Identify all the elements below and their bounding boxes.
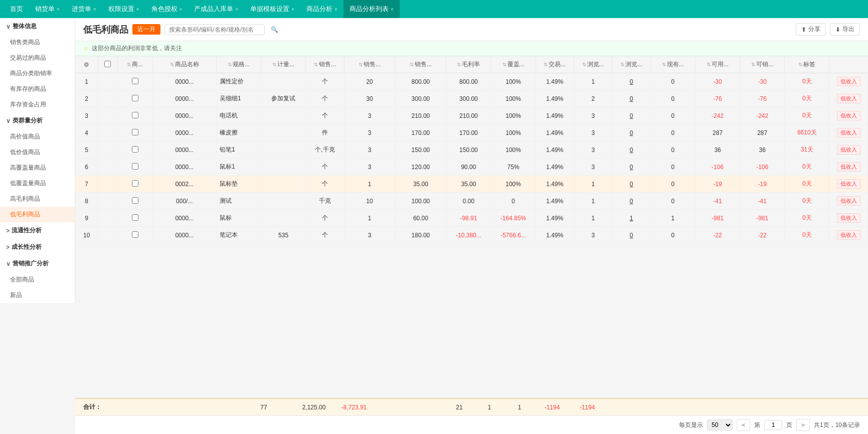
row-checkbox[interactable] [132,163,138,170]
nav-item-analysis-list[interactable]: 商品分析列表× [343,0,400,18]
close-nav-roles[interactable]: × [180,7,183,12]
prev-page-button[interactable]: ＜ [737,419,750,431]
sort-icon-saleable-days[interactable]: ⇅ [751,62,755,67]
row-available-stock: -106 [740,159,785,176]
col-header-settings[interactable]: ⚙ [75,56,98,73]
sort-icon-tag[interactable]: ⇅ [798,62,802,67]
sort-icon-current-stock[interactable]: ⇅ [662,62,666,67]
close-nav-analysis[interactable]: × [334,7,337,12]
nav-item-home[interactable]: 首页 [4,0,29,18]
row-checkbox[interactable] [132,78,138,84]
row-settings-cell [98,210,117,227]
sidebar-item-low-coverage[interactable]: 低覆盖量商品 [0,176,75,191]
views1-link[interactable]: 0 [630,112,633,119]
row-code: 000/... [152,193,216,210]
row-settings-cell [98,176,117,193]
nav-item-inventory[interactable]: 产成品入库单× [188,0,244,18]
row-checkbox[interactable] [132,214,138,221]
sort-icon-spec[interactable]: ⇅ [228,62,232,67]
sidebar-item-high-coverage[interactable]: 高覆盖量商品 [0,160,75,176]
sort-icon-transactions[interactable]: ⇅ [544,62,548,67]
sort-icon-available-stock[interactable]: ⇅ [707,62,711,67]
sidebar-item-category-rate[interactable]: 商品分类助销率 [0,66,75,81]
close-nav-analysis-list[interactable]: × [391,7,394,12]
page-number-input[interactable] [764,420,782,430]
sort-icon-gross-margin[interactable]: ⇅ [457,62,461,67]
nav-item-template[interactable]: 单据模板设置× [244,0,300,18]
sidebar-item-new-goods[interactable]: 新品 [0,287,75,303]
sidebar-group-cluster[interactable]: ∨类群量分析 [0,112,75,129]
views1-link[interactable]: 0 [630,78,633,85]
sidebar-item-low-value[interactable]: 低价值商品 [0,144,75,160]
row-checkbox[interactable] [132,231,138,238]
row-checkbox[interactable] [132,129,138,135]
sort-icon-sales-amount[interactable]: ⇅ [359,62,363,67]
sort-icon-name[interactable]: ⇅ [170,62,174,67]
sort-icon-views1[interactable]: ⇅ [582,62,586,67]
views1-link[interactable]: 0 [630,164,633,171]
close-nav-inventory[interactable]: × [235,7,238,12]
col-label-gross-margin: 毛利率 [462,60,480,69]
views1-link[interactable]: 0 [630,198,633,205]
search-input[interactable] [164,24,265,35]
sort-icon-coverage[interactable]: ⇅ [502,62,506,67]
views1-link[interactable]: 1 [630,215,633,222]
row-checkbox[interactable] [132,197,138,204]
row-tag: 低收入 [829,124,868,141]
sidebar-item-high-value[interactable]: 高价值商品 [0,129,75,144]
col-label-current-stock: 现有... [667,60,684,69]
sort-icon-views2[interactable]: ⇅ [620,62,624,67]
sort-icon-code[interactable]: ⇅ [127,62,131,67]
sidebar-group-circulation[interactable]: >流通性分析 [0,222,75,239]
nav-item-purchase[interactable]: 进货单× [66,0,102,18]
per-page-select[interactable]: 50 100 200 [707,419,733,430]
close-nav-template[interactable]: × [291,7,294,12]
sidebar-item-sales-goods[interactable]: 销售类商品 [0,35,75,50]
close-nav-permissions[interactable]: × [136,7,139,12]
col-header-checkbox[interactable] [98,56,117,73]
sidebar-item-traded-goods[interactable]: 交易过的商品 [0,50,75,66]
close-nav-purchase[interactable]: × [93,7,96,12]
close-nav-sales[interactable]: × [57,7,60,12]
row-transactions: 2 [574,90,612,107]
sidebar-item-capital-occupation[interactable]: 库存资金占用 [0,97,75,112]
nav-item-sales[interactable]: 销货单× [29,0,66,18]
sidebar-group-growth[interactable]: >成长性分析 [0,239,75,255]
notice-text: 这部分商品的利润非常低，请关注 [92,44,182,53]
arrow-icon: ∨ [6,23,11,30]
nav-item-roles[interactable]: 角色授权× [145,0,189,18]
select-all-checkbox[interactable] [104,61,111,67]
row-unit: 个,千克 [306,141,344,159]
sort-icon-unit[interactable]: ⇅ [272,62,276,67]
row-checkbox[interactable] [132,146,138,153]
share-button[interactable]: ⬆ 分享 [796,23,826,36]
sort-icon-sales-profit[interactable]: ⇅ [410,62,414,67]
sidebar-item-high-profit[interactable]: 高毛利商品 [0,191,75,207]
views1-link[interactable]: 0 [630,129,633,136]
nav-item-analysis[interactable]: 商品分析× [300,0,343,18]
row-checkbox[interactable] [132,180,138,187]
row-gross-margin: -164.85% [491,210,536,227]
views1-link[interactable]: 0 [630,147,633,154]
sidebar-item-with-stock[interactable]: 有库存的商品 [0,81,75,97]
row-number: 8 [75,193,98,210]
row-checkbox[interactable] [132,112,138,118]
row-tag: 低收入 [829,141,868,159]
views1-link[interactable]: 0 [630,95,633,102]
sidebar-item-low-profit[interactable]: 低毛利商品 [0,207,75,222]
nav-item-permissions[interactable]: 权限设置× [102,0,145,18]
row-available-stock: -30 [740,73,785,90]
views1-link[interactable]: 0 [630,232,633,239]
settings-icon[interactable]: ⚙ [84,61,89,68]
page-label-before: 第 [754,421,760,429]
views1-link[interactable]: 0 [630,181,633,188]
search-icon[interactable]: 🔍 [271,26,278,33]
sidebar-group-overall[interactable]: ∨整体信息 [0,18,75,35]
export-button[interactable]: ⬇ 导出 [830,23,860,36]
next-page-button[interactable]: ＞ [796,419,810,431]
row-checkbox[interactable] [132,95,138,101]
sidebar-item-all-goods[interactable]: 全部商品 [0,272,75,287]
sort-icon-sales-qty[interactable]: ⇅ [314,62,318,67]
filter-button[interactable]: 近一月 [132,24,160,35]
sidebar-group-marketing[interactable]: ∨营销推广分析 [0,255,75,272]
